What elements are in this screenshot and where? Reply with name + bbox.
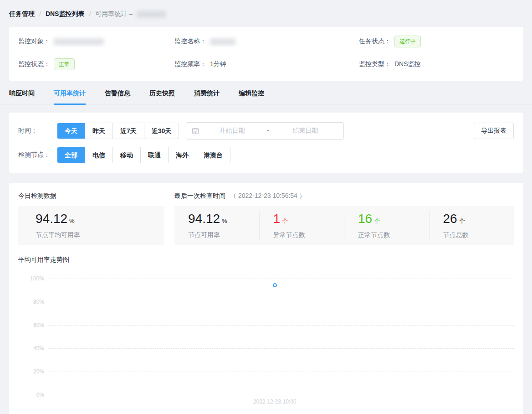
breadcrumb: 任务管理 / DNS监控列表 / 可用率统计 – (0, 0, 532, 27)
field-monitor-type: 监控类型： DNS监控 (359, 58, 514, 70)
gridline (48, 302, 514, 302)
last-check-title: 最后一次检查时间 （ 2022-12-23 10:56:54 ） (174, 192, 514, 201)
stat-abnormal-nodes: 1个异常节点数 (259, 211, 344, 240)
stat-number: 1 (273, 212, 281, 226)
x-axis-label: 2022-12-23 10:00 (253, 398, 297, 405)
today-title-text: 今日检测数据 (18, 192, 56, 200)
filter-card: 时间： 今天昨天近7天近30天 开始日期 ~ 结束日期 导出报表 检测节点： 全… (9, 113, 523, 173)
stat-unit: % (222, 214, 227, 228)
y-gridline-row: 0% (18, 392, 514, 398)
time-filter-last30days[interactable]: 近30天 (144, 123, 179, 139)
availability-stats-card: 今日检测数据 94.12 % 节点平均可用率 最后一次检查时间 （ 2022-1… (9, 183, 523, 414)
tab-bar: 响应时间可用率统计告警信息历史快照消费统计编辑监控 (0, 81, 532, 105)
today-summary: 今日检测数据 94.12 % 节点平均可用率 (18, 192, 164, 245)
node-filter-telecom[interactable]: 电信 (85, 147, 113, 163)
field-task-status: 任务状态： 运行中 (359, 36, 514, 47)
field-value: 1分钟 (210, 60, 226, 68)
last-check-summary: 最后一次检查时间 （ 2022-12-23 10:56:54 ） 94.12%节… (174, 192, 514, 245)
stat-node-availability: 94.12%节点可用率 (174, 211, 259, 240)
tab-edit-monitor[interactable]: 编辑监控 (239, 89, 264, 105)
status-badge-normal: 正常 (54, 58, 75, 70)
breadcrumb-availability-stats: 可用率统计 – (95, 10, 166, 18)
field-monitor-frequency: 监控频率： 1分钟 (174, 58, 359, 70)
field-label: 监控状态： (18, 60, 50, 68)
node-filter-unicom[interactable]: 联通 (140, 147, 168, 163)
y-axis-label: 100% (18, 275, 44, 282)
redacted-text (54, 38, 104, 45)
date-range-separator: ~ (265, 127, 272, 135)
stat-normal-nodes: 16个正常节点数 (344, 211, 429, 240)
node-filter-label: 检测节点： (18, 151, 57, 159)
stat-number: 94.12 (188, 212, 220, 226)
stat-value: 26个 (443, 212, 514, 228)
time-filter-last7days[interactable]: 近7天 (113, 123, 144, 139)
stat-number: 26 (443, 212, 457, 226)
stat-unit: 个 (459, 214, 465, 228)
tab-history-snapshot[interactable]: 历史快照 (149, 89, 175, 105)
field-monitor-name: 监控名称： (174, 36, 359, 47)
last-check-timestamp: （ 2022-12-23 10:56:54 ） (230, 192, 306, 200)
node-filter-mobile[interactable]: 移动 (113, 147, 140, 163)
monitor-info-card: 监控对象： 监控名称： 任务状态： 运行中 监控状态： 正常 监控频率： 1分钟… (9, 27, 523, 81)
node-filter-all[interactable]: 全部 (57, 147, 85, 163)
field-label: 监控频率： (174, 60, 206, 68)
time-filter-today[interactable]: 今天 (57, 123, 85, 139)
breadcrumb-separator: / (39, 10, 41, 18)
stat-number: 94.12 (36, 212, 67, 226)
breadcrumb-separator: / (89, 10, 91, 18)
date-range-picker[interactable]: 开始日期 ~ 结束日期 (186, 122, 344, 140)
stat-label: 异常节点数 (273, 231, 344, 239)
redacted-text (137, 11, 166, 18)
time-filter-row: 时间： 今天昨天近7天近30天 开始日期 ~ 结束日期 导出报表 (18, 122, 514, 140)
export-report-button[interactable]: 导出报表 (474, 123, 514, 139)
y-gridline-row: 100% (18, 275, 514, 282)
today-summary-title: 今日检测数据 (18, 192, 164, 201)
tab-response-time[interactable]: 响应时间 (9, 89, 35, 105)
chart-title: 平均可用率走势图 (18, 256, 514, 265)
y-gridline-row: 60% (18, 322, 514, 328)
y-axis-label: 80% (18, 299, 44, 305)
gridline (48, 395, 514, 395)
stat-number: 16 (358, 212, 372, 226)
end-date-input[interactable]: 结束日期 (272, 127, 338, 135)
summary-section: 今日检测数据 94.12 % 节点平均可用率 最后一次检查时间 （ 2022-1… (18, 192, 514, 245)
stat-value: 94.12 % (36, 212, 80, 228)
breadcrumb-dns-monitor-list[interactable]: DNS监控列表 (46, 10, 85, 18)
time-filter-yesterday[interactable]: 昨天 (85, 123, 113, 139)
field-monitor-status: 监控状态： 正常 (18, 58, 174, 70)
field-label: 监控类型： (359, 60, 391, 68)
stat-unit: 个 (374, 214, 380, 228)
node-filter-hk-mo-tw[interactable]: 港澳台 (196, 147, 230, 163)
stat-label: 节点总数 (443, 231, 514, 239)
today-stat-box: 94.12 % 节点平均可用率 (18, 206, 164, 245)
y-gridline-row: 40% (18, 345, 514, 352)
stat-total-nodes: 26个节点总数 (429, 211, 514, 240)
field-monitor-object: 监控对象： (18, 36, 174, 47)
tab-alert-info[interactable]: 告警信息 (105, 89, 130, 105)
start-date-input[interactable]: 开始日期 (199, 127, 265, 135)
stat-label: 节点可用率 (188, 231, 259, 239)
last-check-title-text: 最后一次检查时间 (174, 192, 225, 200)
gridline (48, 372, 514, 372)
stat-unit: 个 (282, 214, 288, 228)
node-filter-overseas[interactable]: 海外 (168, 147, 196, 163)
breadcrumb-task-management[interactable]: 任务管理 (9, 10, 35, 18)
stat-label: 正常节点数 (358, 231, 429, 239)
tab-consumption-stats[interactable]: 消费统计 (194, 89, 220, 105)
y-axis-label: 0% (18, 392, 44, 398)
breadcrumb-current-label: 可用率统计 – (95, 10, 133, 18)
field-label: 任务状态： (359, 37, 391, 46)
stat-value: 94.12% (188, 212, 259, 228)
y-axis-label: 20% (18, 368, 44, 375)
y-axis-label: 60% (18, 322, 44, 328)
gridline (48, 325, 514, 326)
calendar-icon (192, 127, 199, 135)
field-value: DNS监控 (394, 60, 421, 68)
node-filter-row: 检测节点： 全部电信移动联通海外港澳台 (18, 147, 514, 163)
time-filter-label: 时间： (18, 127, 57, 135)
gridline (48, 279, 514, 279)
gridline (48, 348, 514, 349)
tab-availability-stats[interactable]: 可用率统计 (54, 89, 86, 105)
y-gridline-row: 20% (18, 368, 514, 375)
x-axis-tick (275, 395, 275, 397)
